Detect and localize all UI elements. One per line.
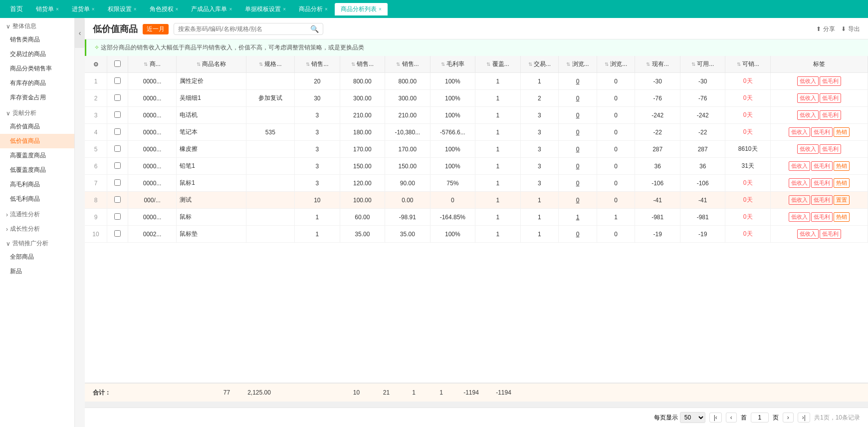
row-browse1[interactable]: 0 bbox=[559, 226, 597, 243]
th-sale-qty[interactable]: ⇅ 销售... bbox=[295, 56, 340, 73]
row-browse1[interactable]: 0 bbox=[559, 192, 597, 209]
row-checkbox[interactable] bbox=[107, 141, 128, 158]
nav-close-permission[interactable]: × bbox=[134, 6, 137, 12]
row-checkbox[interactable] bbox=[107, 73, 128, 90]
sidebar-item-traded-products[interactable]: 交易过的商品 bbox=[0, 47, 74, 61]
row-select-checkbox[interactable] bbox=[114, 213, 121, 220]
row-select-checkbox[interactable] bbox=[114, 128, 121, 135]
browse-link[interactable]: 0 bbox=[576, 197, 580, 204]
sidebar-group-contribution[interactable]: ∨ 贡献分析 bbox=[0, 105, 74, 119]
row-select-checkbox[interactable] bbox=[114, 196, 121, 203]
nav-close-product-analysis[interactable]: × bbox=[325, 6, 328, 12]
th-name[interactable]: ⇅ 商品名称 bbox=[177, 56, 246, 73]
th-browse2[interactable]: ⇅ 浏览... bbox=[597, 56, 635, 73]
sidebar-item-high-coverage[interactable]: 高覆盖度商品 bbox=[0, 148, 74, 163]
sidebar-item-all-products[interactable]: 全部商品 bbox=[0, 250, 74, 264]
nav-product-analysis-list[interactable]: 商品分析列表 × bbox=[335, 3, 388, 15]
th-sale-profit[interactable]: ⇅ 销售... bbox=[385, 56, 431, 73]
first-page-button[interactable]: |‹ bbox=[709, 413, 722, 423]
row-checkbox[interactable] bbox=[107, 192, 128, 209]
sidebar-group-overview[interactable]: ∨ 整体信息 bbox=[0, 18, 74, 32]
search-icon[interactable]: 🔍 bbox=[310, 25, 319, 33]
browse-link[interactable]: 0 bbox=[576, 180, 580, 187]
browse-link[interactable]: 0 bbox=[576, 146, 580, 153]
row-select-checkbox[interactable] bbox=[114, 94, 121, 101]
row-browse1[interactable]: 0 bbox=[559, 175, 597, 192]
select-all-checkbox[interactable] bbox=[114, 60, 121, 67]
browse-link[interactable]: 1 bbox=[576, 214, 580, 221]
th-cover[interactable]: ⇅ 覆盖... bbox=[475, 56, 521, 73]
row-select-checkbox[interactable] bbox=[114, 77, 121, 84]
browse-link[interactable]: 0 bbox=[576, 112, 580, 119]
browse-link[interactable]: 0 bbox=[576, 163, 580, 170]
row-select-checkbox[interactable] bbox=[114, 162, 121, 169]
row-checkbox[interactable] bbox=[107, 175, 128, 192]
nav-product-analysis[interactable]: 商品分析 × bbox=[293, 3, 334, 15]
nav-sales-order[interactable]: 销货单 × bbox=[30, 3, 65, 15]
th-code[interactable]: ⇅ 商... bbox=[128, 56, 176, 73]
sidebar-item-high-value[interactable]: 高价值商品 bbox=[0, 119, 74, 134]
sidebar-group-liquidity[interactable]: › 流通性分析 bbox=[0, 206, 74, 221]
sidebar-item-high-margin[interactable]: 高毛利商品 bbox=[0, 177, 74, 192]
sidebar-item-stock-capital[interactable]: 库存资金占用 bbox=[0, 90, 74, 105]
next-page-button[interactable]: › bbox=[783, 413, 794, 423]
browse-link[interactable]: 0 bbox=[576, 129, 580, 136]
th-available[interactable]: ⇅ 可用... bbox=[680, 56, 725, 73]
sidebar-item-stocked-products[interactable]: 有库存的商品 bbox=[0, 76, 74, 90]
sidebar-item-sales-products[interactable]: 销售类商品 bbox=[0, 32, 74, 47]
nav-close-template[interactable]: × bbox=[283, 6, 286, 12]
th-gear[interactable]: ⚙ bbox=[85, 56, 107, 73]
row-checkbox[interactable] bbox=[107, 209, 128, 226]
row-browse1[interactable]: 0 bbox=[559, 90, 597, 107]
search-input[interactable] bbox=[178, 25, 308, 32]
sidebar-item-category-sales-rate[interactable]: 商品分类销售率 bbox=[0, 61, 74, 76]
nav-role-auth[interactable]: 角色授权 × bbox=[144, 3, 185, 15]
nav-inventory[interactable]: 产成品入库单 × bbox=[185, 3, 238, 15]
sidebar-item-low-value[interactable]: 低价值商品 bbox=[0, 134, 74, 148]
horizontal-scrollbar[interactable] bbox=[85, 402, 868, 408]
browse-link[interactable]: 0 bbox=[576, 78, 580, 85]
row-browse1[interactable]: 0 bbox=[559, 158, 597, 175]
nav-close-sales-order[interactable]: × bbox=[56, 6, 59, 12]
sidebar-item-low-margin[interactable]: 低毛利商品 bbox=[0, 192, 74, 206]
row-select-checkbox[interactable] bbox=[114, 111, 121, 118]
row-checkbox[interactable] bbox=[107, 107, 128, 124]
sidebar-group-growth[interactable]: › 成长性分析 bbox=[0, 221, 74, 235]
browse-link[interactable]: 0 bbox=[576, 95, 580, 102]
row-select-checkbox[interactable] bbox=[114, 145, 121, 152]
last-page-button[interactable]: ›| bbox=[798, 413, 810, 423]
nav-purchase-order[interactable]: 进货单 × bbox=[66, 3, 101, 15]
row-browse1[interactable]: 0 bbox=[559, 107, 597, 124]
row-checkbox[interactable] bbox=[107, 226, 128, 243]
nav-close-inventory[interactable]: × bbox=[229, 6, 232, 12]
row-browse1[interactable]: 1 bbox=[559, 209, 597, 226]
th-salable[interactable]: ⇅ 可销... bbox=[725, 56, 771, 73]
page-number-input[interactable] bbox=[751, 413, 769, 423]
th-trade[interactable]: ⇅ 交易... bbox=[520, 56, 559, 73]
row-checkbox[interactable] bbox=[107, 90, 128, 107]
browse-link[interactable]: 0 bbox=[576, 231, 580, 238]
sidebar-item-low-coverage[interactable]: 低覆盖度商品 bbox=[0, 163, 74, 177]
row-browse1[interactable]: 0 bbox=[559, 141, 597, 158]
th-browse1[interactable]: ⇅ 浏览... bbox=[559, 56, 597, 73]
th-check[interactable] bbox=[107, 56, 128, 73]
th-sale-amount[interactable]: ⇅ 销售... bbox=[340, 56, 385, 73]
sidebar-item-new-products[interactable]: 新品 bbox=[0, 264, 74, 279]
row-select-checkbox[interactable] bbox=[114, 230, 121, 237]
nav-home[interactable]: 首页 bbox=[4, 2, 29, 15]
nav-permission[interactable]: 权限设置 × bbox=[102, 3, 143, 15]
row-checkbox[interactable] bbox=[107, 124, 128, 141]
sidebar-collapse-button[interactable]: ‹ bbox=[75, 18, 85, 48]
nav-close-purchase-order[interactable]: × bbox=[92, 6, 95, 12]
share-button[interactable]: ⬆ 分享 bbox=[816, 25, 835, 33]
row-browse1[interactable]: 0 bbox=[559, 73, 597, 90]
prev-page-button[interactable]: ‹ bbox=[726, 413, 737, 423]
period-button[interactable]: 近一月 bbox=[143, 24, 169, 34]
export-button[interactable]: ⬇ 导出 bbox=[841, 25, 860, 33]
row-select-checkbox[interactable] bbox=[114, 179, 121, 186]
sidebar-group-marketing[interactable]: ∨ 营销推广分析 bbox=[0, 235, 74, 250]
nav-close-role-auth[interactable]: × bbox=[176, 6, 179, 12]
nav-template[interactable]: 单据模板设置 × bbox=[239, 3, 292, 15]
row-browse1[interactable]: 0 bbox=[559, 124, 597, 141]
nav-close-product-analysis-list[interactable]: × bbox=[379, 6, 382, 12]
